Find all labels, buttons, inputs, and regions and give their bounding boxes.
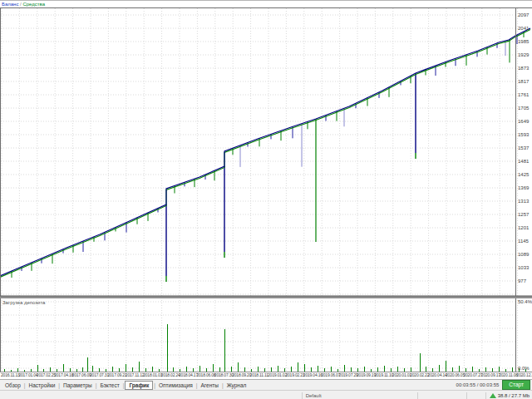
tab-агенты[interactable]: Агенты — [199, 382, 221, 388]
legend-equity-label: Средства — [22, 2, 45, 7]
load-bar — [24, 370, 25, 372]
load-bar — [167, 324, 168, 372]
load-bar — [324, 368, 325, 372]
tab-параметры[interactable]: Параметры — [61, 382, 95, 388]
load-bar — [92, 366, 93, 372]
tab-list: Обзор|Настройки|Параметры|Бэктест|График… — [0, 381, 456, 390]
profile-indicator[interactable]: Default — [303, 391, 417, 399]
x-axis-label: 2018.04.17 — [179, 372, 198, 377]
load-bar — [384, 366, 385, 372]
load-bar — [43, 369, 44, 372]
load-bar — [404, 368, 405, 372]
load-bar — [231, 367, 232, 372]
load-bar — [420, 353, 421, 372]
balance-chart-svg — [0, 1, 532, 379]
x-axis-label: 2020.07.27 — [463, 372, 482, 377]
tab-график[interactable]: График — [125, 381, 153, 390]
load-bar — [411, 367, 411, 372]
x-axis-label: 2020.12.30 — [517, 372, 532, 377]
load-bar — [17, 368, 18, 372]
tester-graph-pane[interactable]: Баланс / Средства Загрузка депозита 2097… — [0, 1, 532, 379]
tab-обзор[interactable]: Обзор — [2, 382, 23, 388]
y-axis-label: 1369 — [518, 185, 529, 190]
deposit-load-min-label: 0.0% — [518, 366, 530, 371]
x-axis-label: 2018.09.20 — [232, 372, 251, 377]
x-axis-label: 2018.01.03 — [143, 372, 162, 377]
load-bar — [397, 367, 398, 372]
balance-line — [0, 28, 530, 276]
strategy-tester-window: Баланс / Средства Загрузка депозита 2097… — [0, 0, 532, 399]
load-bar — [452, 367, 453, 372]
y-axis-label: 1257 — [518, 212, 529, 217]
y-axis-label: 1817 — [518, 79, 529, 84]
load-bar — [505, 369, 506, 372]
deposit-load-max-label: 50.4% — [518, 299, 532, 304]
load-bar — [50, 367, 51, 372]
load-bar — [119, 368, 120, 372]
equity-line — [0, 29, 530, 277]
load-bar — [139, 362, 140, 372]
load-bar — [278, 366, 278, 372]
tab-оптимизация[interactable]: Оптимизация — [156, 382, 195, 388]
x-axis-label: 2017.07.31 — [90, 372, 109, 377]
load-bar — [206, 368, 207, 372]
deposit-load-label: Загрузка депозита — [2, 300, 45, 305]
test-duration: 00:03:55 / 00:03:55 — [456, 382, 500, 387]
tab-настройки[interactable]: Настройки — [26, 382, 57, 388]
load-bar — [99, 368, 100, 372]
load-bar — [200, 366, 200, 372]
load-bar — [87, 357, 88, 372]
x-axis-label: 2020.01.01 — [392, 372, 411, 377]
x-axis-label: 2016.11.13 — [1, 372, 20, 377]
traffic-indicator[interactable]: 38.8 / 27.7 Mb — [486, 391, 532, 399]
load-bar — [219, 367, 220, 372]
x-axis-label: 2017.06.09 — [72, 372, 91, 377]
load-bar — [112, 367, 113, 372]
y-axis-label: 1761 — [518, 92, 529, 97]
load-bar — [11, 370, 12, 372]
tabbar-right: 00:03:55 / 00:03:55 Старт — [456, 380, 532, 390]
y-axis-label: 1201 — [518, 225, 529, 230]
load-bar — [224, 329, 225, 372]
y-axis-label: 1705 — [518, 106, 529, 111]
x-axis-label: 2017.01.04 — [18, 372, 37, 377]
load-bar — [132, 367, 133, 372]
load-bar — [337, 369, 338, 372]
load-bar — [70, 368, 71, 372]
load-bar — [264, 368, 265, 372]
load-bar — [492, 368, 493, 372]
tab-бэктест[interactable]: Бэктест — [97, 382, 121, 388]
y-axis-label: 2097 — [518, 12, 529, 17]
traffic-value: 38.8 / 27.7 Mb — [498, 393, 530, 398]
profile-name: Default — [306, 393, 322, 398]
load-bar — [446, 361, 446, 372]
y-axis-label: 1929 — [518, 52, 529, 57]
x-axis-label: 2019.11.10 — [374, 372, 393, 377]
y-axis-label: 1593 — [518, 132, 529, 137]
x-axis-label: 2020.09.17 — [481, 372, 500, 377]
load-bar — [391, 368, 392, 372]
load-bar — [152, 367, 153, 372]
load-bar — [485, 367, 486, 372]
load-bar — [432, 368, 433, 372]
load-bar — [479, 369, 480, 372]
tester-tabbar: Обзор|Настройки|Параметры|Бэктест|График… — [0, 379, 532, 390]
y-axis-label: 1537 — [518, 145, 529, 150]
load-bar — [82, 367, 83, 372]
tab-журнал[interactable]: Журнал — [224, 382, 249, 388]
x-axis-label: 2019.09.19 — [357, 372, 376, 377]
load-bar — [106, 369, 106, 372]
x-axis-label: 2018.11.11 — [250, 372, 268, 377]
start-button[interactable]: Старт — [502, 380, 530, 390]
load-bar — [76, 369, 77, 372]
y-axis-label: 1425 — [518, 172, 529, 177]
x-axis-label: 2020.04.14 — [428, 372, 447, 377]
load-bar — [459, 366, 460, 372]
load-bar — [311, 367, 312, 372]
load-bar — [298, 362, 298, 372]
load-bar — [37, 365, 38, 372]
load-bar — [258, 367, 259, 372]
load-bar — [238, 362, 239, 372]
load-bar — [344, 365, 345, 372]
x-axis-label: 2019.02.23 — [285, 372, 304, 377]
